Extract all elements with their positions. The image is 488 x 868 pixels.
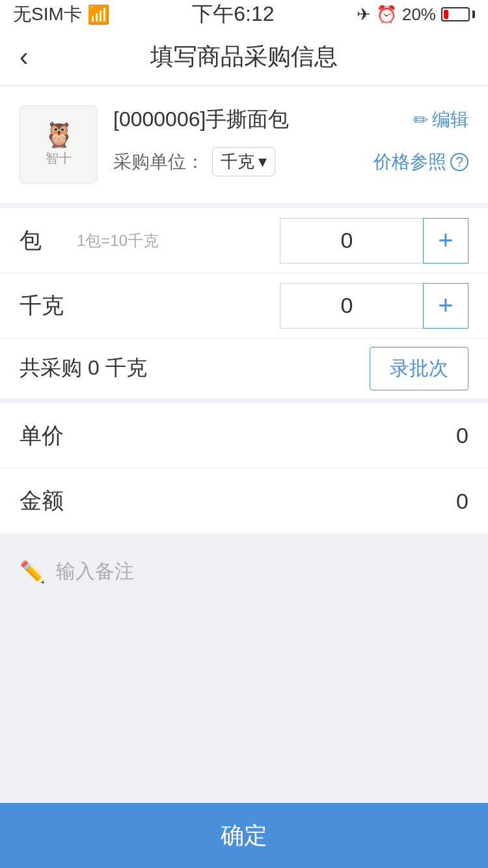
product-owl-icon: 🦉	[44, 122, 74, 147]
edit-label: 编辑	[432, 107, 468, 132]
unit-price-value: 0	[456, 423, 468, 448]
unit-label: 采购单位：	[113, 150, 204, 174]
product-name: [0000006]手撕面包	[113, 105, 289, 134]
battery-icon	[441, 7, 475, 21]
wifi-icon: 📶	[87, 4, 110, 25]
summary-row: 共采购 0 千克 录批次	[0, 338, 488, 403]
product-img-label: 智十	[46, 150, 72, 167]
dropdown-icon: ▾	[258, 152, 267, 172]
product-title-row: [0000006]手撕面包 ✏ 编辑	[113, 105, 468, 134]
unit-value: 千克	[221, 150, 254, 173]
unit-select[interactable]: 千克 ▾	[212, 147, 275, 176]
status-right: ✈ ⏰ 20%	[357, 5, 475, 25]
bao-input-right: +	[280, 218, 468, 264]
unit-price-row: 单价 0	[0, 403, 488, 468]
price-section: 单价 0 金额 0	[0, 403, 488, 539]
help-icon: ?	[450, 153, 468, 171]
bao-input-row: 包 1包=10千克 +	[0, 208, 488, 273]
status-bar: 无SIM卡 📶 下午6:12 ✈ ⏰ 20%	[0, 0, 488, 29]
nav-bar: ‹ 填写商品采购信息	[0, 29, 488, 86]
pencil-icon: ✏️	[20, 560, 46, 584]
price-ref-button[interactable]: 价格参照 ?	[373, 150, 468, 174]
kg-label: 千克	[20, 291, 72, 321]
product-title: 手撕面包	[206, 107, 289, 131]
bao-input[interactable]	[280, 218, 423, 264]
remark-section[interactable]: ✏️ 输入备注	[0, 539, 488, 604]
status-left: 无SIM卡 📶	[13, 2, 110, 27]
amount-row: 金额 0	[0, 468, 488, 534]
product-card: 🦉 智十 [0000006]手撕面包 ✏ 编辑 采购单位： 千克 ▾ 价格参照	[0, 86, 488, 208]
content-spacer	[0, 604, 488, 813]
battery-percent: 20%	[402, 5, 436, 25]
price-ref-label: 价格参照	[373, 150, 446, 174]
edit-icon: ✏	[413, 109, 428, 131]
location-icon: ✈	[357, 5, 371, 25]
bao-plus-button[interactable]: +	[423, 218, 468, 264]
unit-price-label: 单价	[20, 421, 64, 451]
confirm-button[interactable]: 确定	[0, 803, 488, 868]
batch-button[interactable]: 录批次	[370, 347, 468, 390]
remark-placeholder: 输入备注	[56, 558, 134, 585]
status-time: 下午6:12	[192, 0, 274, 29]
kg-input-row: 千克 +	[0, 273, 488, 338]
kg-plus-button[interactable]: +	[423, 283, 468, 329]
kg-input-right: +	[280, 283, 468, 329]
product-unit-row: 采购单位： 千克 ▾ 价格参照 ?	[113, 147, 468, 176]
edit-button[interactable]: ✏ 编辑	[413, 107, 468, 132]
product-info: [0000006]手撕面包 ✏ 编辑 采购单位： 千克 ▾ 价格参照 ?	[113, 105, 468, 176]
amount-label: 金额	[20, 486, 64, 516]
kg-input[interactable]	[280, 283, 423, 329]
alarm-icon: ⏰	[376, 5, 397, 25]
amount-value: 0	[456, 489, 468, 514]
bao-label: 包	[20, 226, 72, 256]
carrier-text: 无SIM卡	[13, 2, 82, 27]
bao-sublabel: 1包=10千克	[77, 230, 159, 251]
page-title: 填写商品采购信息	[150, 41, 338, 73]
product-id: [0000006]	[113, 107, 206, 131]
bao-input-section: 包 1包=10千克 + 千克 +	[0, 208, 488, 338]
summary-text: 共采购 0 千克	[20, 354, 147, 383]
product-image: 🦉 智十	[20, 105, 98, 183]
back-button[interactable]: ‹	[20, 42, 28, 72]
